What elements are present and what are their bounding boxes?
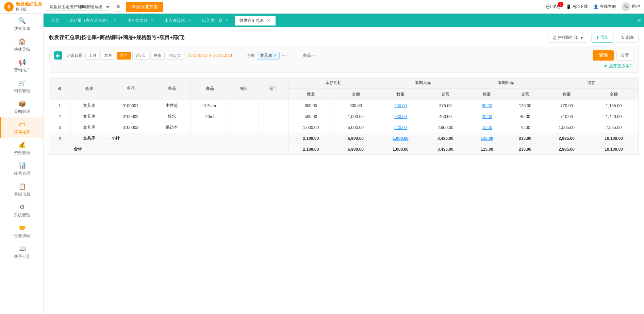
row-balance-amt: 7,525.00 xyxy=(589,122,639,133)
row-spec: 0.7mm xyxy=(191,100,229,111)
inbound-header: 本期入库 xyxy=(378,77,468,89)
row-balance-qty: 770.00 xyxy=(544,100,589,111)
row-no: 1 xyxy=(49,100,70,111)
row-out-amt: 40.00 xyxy=(506,111,544,122)
row-in-qty[interactable]: 250.00 xyxy=(378,100,423,111)
row-name: 采访本 xyxy=(153,122,191,133)
date-btn-7days[interactable]: 近7天 xyxy=(132,52,149,60)
opening-amt-header: 金额 xyxy=(333,89,378,100)
sidebar-item-sales[interactable]: 🛒 销售管理 xyxy=(0,76,43,97)
online-service-button[interactable]: 👤 在线客服 xyxy=(593,4,616,10)
out-qty-header: 数量 xyxy=(468,89,506,100)
sidebar-item-finance[interactable]: 💰 资金管理 xyxy=(0,138,43,159)
user-avatar: Ea xyxy=(622,2,630,11)
tab-close-inout-flow[interactable]: ✕ xyxy=(187,18,192,23)
warehouse-more-button[interactable]: ··· xyxy=(282,52,288,59)
export-button[interactable]: ⬆ 导出 xyxy=(592,33,613,43)
date-btn-this-year[interactable]: 本年 xyxy=(117,52,131,60)
settings-col-header[interactable]: ⚙ xyxy=(49,77,70,100)
sidebar-item-marketing[interactable]: 📢 营销推广 xyxy=(0,55,43,76)
tab-stock-dist[interactable]: 现存量（库存分布表） ✕ xyxy=(65,16,122,26)
sidebar-item-inventory[interactable]: 🗃 库存核算 xyxy=(0,117,43,138)
app-download-button[interactable]: 📱 App下载 xyxy=(566,4,588,10)
warehouse-filter: 仓库 文具库 ✕ ··· xyxy=(247,52,288,60)
row-no: 2 xyxy=(49,111,70,122)
row-code: 0100003 xyxy=(108,122,153,133)
sidebar-label-search: 搜索菜单 xyxy=(14,26,30,32)
opening-qty-header: 数量 xyxy=(288,89,333,100)
system-selector[interactable]: 装备及固定资产辅助管理系统 xyxy=(45,3,111,11)
subtotal-warehouse: 文具库 xyxy=(70,133,108,144)
tab-home[interactable]: 首页 xyxy=(46,16,64,26)
total-in-qty: 1,000.00 xyxy=(378,144,423,155)
print-button[interactable]: 🖨 拼模版打印 ▼ xyxy=(548,33,588,43)
sidebar-item-enterprise[interactable]: 🤝 企业协同 xyxy=(0,221,43,242)
tab-close-batch[interactable]: ✕ xyxy=(150,18,154,23)
row-out-qty[interactable]: 15.00 xyxy=(468,122,506,133)
goods-more-button[interactable]: ··· xyxy=(313,52,319,59)
sidebar-label-marketing: 营销推广 xyxy=(14,67,30,73)
tab-collect-summary[interactable]: 收发存汇总表 ✕ xyxy=(235,16,276,26)
warehouse-tag-close[interactable]: ✕ xyxy=(274,53,277,58)
date-btn-custom[interactable]: 自定义 xyxy=(166,52,184,60)
message-button[interactable]: 💬 消息 6 xyxy=(546,4,561,10)
row-balance-qty: 1,505.00 xyxy=(544,122,589,133)
balance-qty-header: 数量 xyxy=(544,89,589,100)
tab-batch-account[interactable]: 库存批次账 ✕ xyxy=(122,16,159,26)
opening-stock-header: 库存期初 xyxy=(288,77,378,89)
row-in-qty[interactable]: 230.00 xyxy=(378,111,423,122)
filter-collapse-button[interactable]: ▶ xyxy=(54,51,62,60)
sidebar-item-operations[interactable]: 📊 经营管理 xyxy=(0,159,43,179)
date-btn-last-month[interactable]: 上月 xyxy=(85,52,100,60)
code-col-header: 商品 xyxy=(108,77,153,100)
tab-bar-close-button[interactable]: ✕ xyxy=(637,17,641,24)
row-project xyxy=(229,111,259,122)
in-qty-header: 数量 xyxy=(378,89,423,100)
row-out-qty[interactable]: 20.00 xyxy=(468,111,506,122)
subtotal-opening-amt: 6,900.00 xyxy=(333,133,378,144)
row-project xyxy=(229,100,259,111)
system-icon: ⚙ xyxy=(19,203,25,211)
total-no xyxy=(49,144,70,155)
sidebar-label-operations: 经营管理 xyxy=(14,171,30,177)
sidebar-item-base-info[interactable]: 📋 基础信息 xyxy=(0,179,43,200)
filter-settings-button[interactable]: 设置 xyxy=(616,51,633,61)
table-row: 3 文具库 0100003 采访本 1,000.00 5,000.00 520.… xyxy=(49,122,639,133)
data-table: ⚙ 仓库 商品 商品 商品 项目 部门 库存期初 本期入库 本期出库 xyxy=(49,77,639,155)
sidebar-label-inventory: 库存核算 xyxy=(14,129,30,135)
refresh-button[interactable]: ↻ 刷新 xyxy=(617,33,639,43)
sidebar-item-guide[interactable]: 📖 新手引导 xyxy=(0,242,43,262)
row-spec xyxy=(191,122,229,133)
tab-inout-flow[interactable]: 出入库流水 ✕ xyxy=(160,16,197,26)
sidebar-item-purchase[interactable]: 📦 采购管理 xyxy=(0,97,43,117)
query-button[interactable]: 查询 xyxy=(593,50,614,61)
tab-bar: 首页 现存量（库存分布表） ✕ 库存批次账 ✕ 出入库流水 ✕ 出入库汇总 ✕ xyxy=(44,14,644,27)
row-out-amt: 120.00 xyxy=(506,100,544,111)
message-badge: 6 xyxy=(558,2,563,7)
settings-gear-button[interactable]: ⚙ xyxy=(114,2,123,12)
trial-button[interactable]: 体验行业方案 xyxy=(126,2,163,12)
date-btn-this-month[interactable]: 本月 xyxy=(101,52,115,60)
tab-close-collect-summary[interactable]: ✕ xyxy=(266,18,271,23)
row-balance-qty: 710.00 xyxy=(544,111,589,122)
tab-inout-summary[interactable]: 出入库汇总 ✕ xyxy=(197,16,234,26)
subtotal-no: 4 xyxy=(49,133,70,144)
expand-filter-button[interactable]: ▼ 展开更多条件 xyxy=(604,63,633,69)
sidebar-item-search[interactable]: 🔍 搜索菜单 xyxy=(0,14,43,34)
date-range-display: 2023-01-01 至 2023-12-31 xyxy=(188,53,233,58)
tab-close-inout-summary[interactable]: ✕ xyxy=(225,18,229,23)
outbound-header: 本期出库 xyxy=(468,77,544,89)
row-in-amt: 2,600.00 xyxy=(423,122,468,133)
user-menu[interactable]: Ea 用户 xyxy=(622,2,640,11)
dept-col-header: 部门 xyxy=(259,77,288,100)
date-btn-more[interactable]: 更多 xyxy=(150,52,165,60)
row-no: 3 xyxy=(49,122,70,133)
row-in-qty[interactable]: 520.00 xyxy=(378,122,423,133)
row-spec: 20ml xyxy=(191,111,229,122)
sidebar: 🔍 搜索菜单 🏠 快捷导航 📢 营销推广 🛒 销售管理 📦 采购管理 🗃 xyxy=(0,14,44,314)
marketing-icon: 📢 xyxy=(18,59,26,66)
sidebar-item-quick-nav[interactable]: 🏠 快捷导航 xyxy=(0,34,43,55)
sidebar-item-system[interactable]: ⚙ 系统管理 xyxy=(0,200,43,221)
row-out-qty[interactable]: 80.00 xyxy=(468,100,506,111)
tab-close-stock-dist[interactable]: ✕ xyxy=(112,18,117,23)
